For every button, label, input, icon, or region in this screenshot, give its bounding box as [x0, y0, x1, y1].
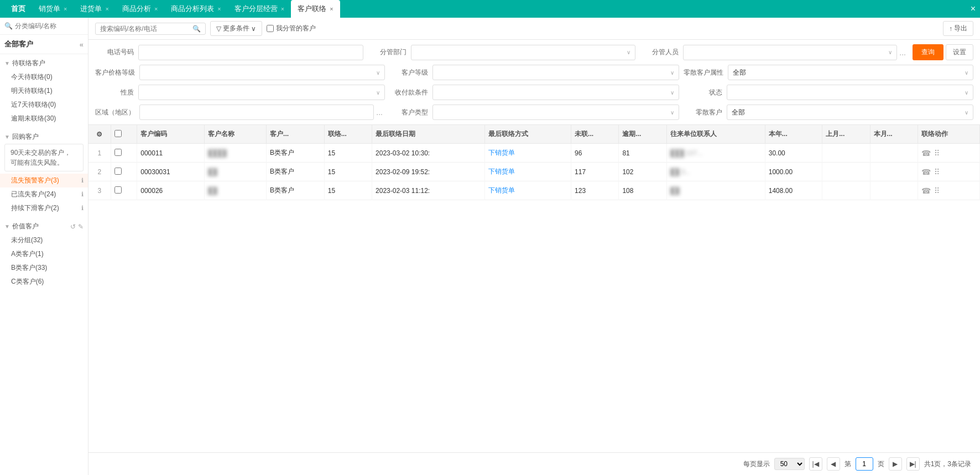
customer-tier-select[interactable]: ∨ [432, 65, 679, 80]
more-conditions-btn[interactable]: ▽ 更多条件 ∨ [210, 21, 262, 36]
person-more-icon[interactable]: ... [897, 48, 908, 57]
price-tier-select[interactable]: ∨ [139, 65, 385, 80]
last-page-btn[interactable]: ▶| [906, 457, 920, 471]
checkbox-col-header[interactable] [111, 125, 137, 144]
sidebar-item-overdue[interactable]: 逾期未联络(30) [0, 112, 88, 126]
region-select[interactable] [139, 105, 374, 120]
nature-select[interactable]: ∨ [138, 85, 385, 100]
phone-input[interactable] [138, 45, 363, 60]
tab-purchase[interactable]: 进货单 × [74, 0, 115, 18]
sidebar-item-c-class[interactable]: C类客户(6) [0, 275, 88, 289]
value-edit-icon[interactable]: ✎ [78, 223, 84, 231]
arrow-icon: ▼ [4, 134, 10, 140]
last-method-col-header[interactable]: 最后联络方式 [485, 125, 571, 144]
filter-customer-type: 客户类型 ∨ [389, 105, 679, 120]
sidebar-item-today[interactable]: 今天待联络(0) [0, 70, 88, 84]
value-refresh-icon[interactable]: ↺ [70, 223, 76, 231]
tab-sales[interactable]: 销货单 × [32, 0, 74, 18]
tab-analysis-list-close[interactable]: × [217, 6, 221, 12]
sidebar-item-declining[interactable]: 持续下滑客户(2) ℹ [0, 201, 88, 215]
already-lost-info-icon: ℹ [81, 191, 84, 198]
export-btn[interactable]: ↑ 导出 [943, 21, 973, 36]
this-month-col-header[interactable]: 本月... [870, 125, 918, 144]
last-month-col-header[interactable]: 上月... [822, 125, 870, 144]
sidebar-group-value-title[interactable]: ▼ 价值客户 ↺ ✎ [0, 220, 88, 233]
more-icon-2[interactable]: ⠿ [934, 186, 940, 195]
row-checkbox-2[interactable] [111, 181, 137, 200]
row-checkbox-1[interactable] [111, 163, 137, 181]
row-unit-contact-0: ███ 107... [666, 144, 765, 163]
last-date-col-header[interactable]: 最后联络日期 [372, 125, 485, 144]
filter-dept: 分管部门 ∨ [368, 45, 636, 60]
main-layout: 🔍 全部客户 « ▼ 待联络客户 今天待联络(0) 明天待联络(1) 近7天待联… [0, 18, 980, 475]
sidebar-group-lost-title[interactable]: ▼ 回购客户 [0, 130, 88, 144]
row-tier-2: B类客户 [267, 181, 325, 200]
customer-table: ⚙ 客户编码 客户名称 客户... 联络... [88, 125, 980, 200]
code-col-header[interactable]: 客户编码 [137, 125, 205, 144]
toolbar-search-icon[interactable]: 🔍 [192, 25, 201, 33]
current-page-input[interactable] [856, 457, 873, 471]
customer-type-select[interactable]: ∨ [432, 105, 679, 120]
sidebar-group-pending-title[interactable]: ▼ 待联络客户 [0, 56, 88, 70]
search-input[interactable] [100, 25, 190, 33]
sidebar-item-at-risk[interactable]: 流失预警客户(3) ℹ [0, 174, 88, 187]
sidebar-item-already-lost[interactable]: 已流失客户(24) ℹ [0, 187, 88, 201]
tab-purchase-close[interactable]: × [105, 6, 108, 12]
tab-analysis-list[interactable]: 商品分析列表 × [164, 0, 227, 18]
row-checkbox-0[interactable] [111, 144, 137, 163]
row-this-year-2: 1408.00 [765, 181, 822, 200]
sidebar-collapse-btn[interactable]: « [80, 40, 84, 49]
tab-analysis[interactable]: 商品分析 × [116, 0, 164, 18]
payment-select[interactable]: ∨ [432, 85, 679, 100]
tab-customer-contact-close[interactable]: × [330, 6, 333, 12]
region-more-icon[interactable]: ... [374, 108, 385, 117]
tab-analysis-close[interactable]: × [154, 6, 158, 12]
next-page-btn[interactable]: ▶ [889, 457, 902, 471]
contact-icon-2[interactable]: ☎ [921, 186, 931, 195]
sidebar-item-7days[interactable]: 近7天待联络(0) [0, 98, 88, 112]
contact-icon-0[interactable]: ☎ [921, 149, 931, 158]
dept-select[interactable]: ∨ [411, 45, 636, 60]
name-col-header[interactable]: 客户名称 [205, 125, 267, 144]
action-col-header[interactable]: 联络动作 [918, 125, 979, 144]
select-all-checkbox[interactable] [114, 130, 122, 137]
overdue-col-header[interactable]: 逾期... [619, 125, 666, 144]
contact-icon-1[interactable]: ☎ [921, 168, 931, 176]
first-page-btn[interactable]: |◀ [809, 457, 822, 471]
row-last-method-2[interactable]: 下销货单 [485, 181, 571, 200]
sidebar-item-tomorrow[interactable]: 明天待联络(1) [0, 84, 88, 98]
more-icon-1[interactable]: ⠿ [934, 168, 940, 176]
sidebar-item-b-class[interactable]: B类客户(33) [0, 261, 88, 275]
status-select[interactable]: ∨ [727, 85, 973, 100]
this-year-col-header[interactable]: 本年... [765, 125, 822, 144]
not-contacted-col-header[interactable]: 未联... [571, 125, 619, 144]
tab-customer-tier-close[interactable]: × [281, 6, 284, 12]
my-customers-checkbox-label[interactable]: 我分管的客户 [267, 24, 316, 33]
query-btn[interactable]: 查询 [913, 44, 943, 60]
row-name-0: ████ [205, 144, 267, 163]
window-close-btn[interactable]: × [971, 4, 976, 14]
row-last-method-1[interactable]: 下销货单 [485, 163, 571, 181]
sidebar-item-a-class[interactable]: A类客户(1) [0, 247, 88, 261]
settings-btn[interactable]: 设置 [946, 44, 973, 60]
tab-home[interactable]: 首页 [4, 0, 32, 18]
row-tier-1: B类客户 [267, 163, 325, 181]
contacts-col-header[interactable]: 联络... [324, 125, 372, 144]
tab-customer-tier[interactable]: 客户分层经营 × [228, 0, 291, 18]
zero-attr-select[interactable]: 全部 ∨ [728, 65, 973, 80]
sidebar-item-unsorted[interactable]: 未分组(32) [0, 233, 88, 247]
sidebar-search-container: 🔍 [0, 18, 88, 35]
prev-page-btn[interactable]: ◀ [827, 457, 840, 471]
sidebar-search-input[interactable] [15, 22, 84, 30]
zero-customer-select[interactable]: 全部 ∨ [727, 105, 973, 120]
my-customers-checkbox[interactable] [267, 25, 274, 32]
per-page-select[interactable]: 50 100 [774, 458, 805, 470]
tab-customer-contact[interactable]: 客户联络 × [291, 0, 340, 18]
tier-col-header[interactable]: 客户... [267, 125, 325, 144]
tab-sales-close[interactable]: × [64, 6, 67, 12]
person-select[interactable]: ∨ [683, 45, 897, 60]
more-icon-0[interactable]: ⠿ [934, 149, 940, 158]
unit-contact-col-header[interactable]: 往来单位联系人 [666, 125, 765, 144]
settings-col-header[interactable]: ⚙ [88, 125, 111, 144]
row-last-method-0[interactable]: 下销货单 [485, 144, 571, 163]
